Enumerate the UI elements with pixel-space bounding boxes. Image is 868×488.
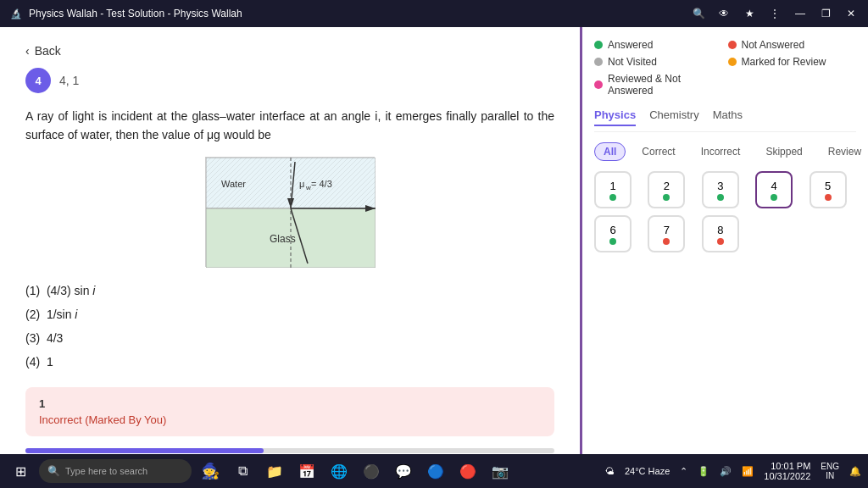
- option-3-text: (3) 4/3: [25, 326, 63, 350]
- tab-chemistry[interactable]: Chemistry: [649, 108, 699, 126]
- date-display: 10/31/2022: [764, 471, 810, 481]
- legend-not-visited: Not Visited: [594, 56, 723, 68]
- network-icon: 📶: [742, 466, 754, 477]
- titlebar: 🔬 Physics Wallah - Test Solution - Physi…: [0, 0, 868, 27]
- app-icon-2[interactable]: 🔵: [422, 458, 449, 485]
- question-cell-number: 1: [609, 180, 615, 192]
- calendar-icon[interactable]: 📅: [293, 458, 320, 485]
- option-4-text: (4) 1: [25, 350, 53, 374]
- taskbar: ⊞ 🔍 Type here to search 🧙 ⧉ 📁 📅 🌐 ⚫ 💬 🔵 …: [0, 454, 868, 488]
- progress-bar-fill: [25, 448, 264, 453]
- back-button[interactable]: ‹ Back: [25, 44, 554, 58]
- progress-bar-container: [25, 448, 554, 453]
- question-cell-dot: [609, 238, 616, 245]
- question-cell-dot: [771, 194, 777, 201]
- option-3: (3) 4/3: [25, 326, 554, 350]
- question-cell-dot: [609, 194, 616, 201]
- legend-reviewed-not-answered: Reviewed & Not Answered: [594, 73, 723, 97]
- svg-text:μ: μ: [299, 179, 304, 189]
- question-cell-dot: [717, 194, 724, 201]
- question-cell-dot: [663, 194, 670, 201]
- maximize-icon[interactable]: ❐: [819, 7, 832, 20]
- legend-answered: Answered: [594, 39, 723, 51]
- option-1: (1) (4/3) sin i: [25, 279, 554, 302]
- question-cell-number: 4: [771, 180, 777, 192]
- marked-review-dot: [728, 58, 737, 66]
- filter-tabs: All Correct Incorrect Skipped Review: [594, 142, 856, 161]
- option-2: (2) 1/sin i: [25, 302, 554, 326]
- close-icon[interactable]: ✕: [844, 7, 858, 20]
- search-icon[interactable]: 🔍: [692, 7, 705, 20]
- files-icon[interactable]: 📁: [261, 458, 288, 485]
- not-visited-dot: [594, 58, 603, 66]
- not-answered-label: Not Answered: [742, 39, 805, 51]
- filter-review[interactable]: Review: [819, 142, 868, 161]
- question-cell-3[interactable]: 3: [702, 171, 739, 208]
- diagram-svg: Water μ w = 4/3 Glass: [206, 158, 376, 268]
- sound-icon: 🔊: [720, 466, 732, 477]
- diagram-container: Water μ w = 4/3 Glass: [25, 157, 554, 267]
- question-number-badge: 4: [25, 68, 51, 93]
- question-cell-dot: [663, 238, 670, 245]
- question-cell-dot: [717, 238, 724, 245]
- question-cell-1[interactable]: 1: [594, 171, 632, 208]
- messaging-icon[interactable]: 💬: [390, 458, 417, 485]
- question-cell-number: 3: [717, 180, 723, 192]
- option-2-text: (2) 1/sin i: [25, 302, 77, 326]
- right-panel: Answered Not Answered Not Visited Marked…: [580, 27, 868, 454]
- filter-correct[interactable]: Correct: [632, 142, 684, 161]
- question-cell-number: 6: [609, 224, 615, 236]
- question-cell-number: 8: [717, 224, 723, 236]
- tab-physics[interactable]: Physics: [594, 108, 636, 126]
- search-icon-taskbar: 🔍: [47, 465, 60, 477]
- minimize-icon[interactable]: —: [793, 7, 807, 20]
- main-container: ‹ Back 4 4, 1 A ray of light is incident…: [0, 27, 868, 454]
- filter-incorrect[interactable]: Incorrect: [692, 142, 750, 161]
- question-cell-dot: [825, 194, 832, 201]
- reviewed-not-answered-label: Reviewed & Not Answered: [608, 73, 723, 97]
- battery-icon: 🔋: [698, 466, 709, 477]
- question-cell-2[interactable]: 2: [648, 171, 685, 208]
- question-cell-8[interactable]: 8: [702, 215, 739, 252]
- star-icon[interactable]: ★: [743, 7, 756, 20]
- options-list: (1) (4/3) sin i (2) 1/sin i (3) 4/3 (4) …: [25, 279, 554, 374]
- app-icon-4[interactable]: 📷: [487, 458, 514, 485]
- answer-number: 1: [39, 397, 541, 410]
- mascot-icon[interactable]: 🧙: [197, 458, 224, 485]
- tab-maths[interactable]: Maths: [713, 108, 743, 126]
- start-button[interactable]: ⊞: [7, 458, 34, 485]
- left-panel: ‹ Back 4 4, 1 A ray of light is incident…: [0, 27, 580, 454]
- notification-icon[interactable]: 🔔: [849, 466, 861, 477]
- search-bar[interactable]: 🔍 Type here to search: [39, 459, 192, 483]
- question-marks: 4, 1: [59, 74, 79, 87]
- app-icon-3[interactable]: 🔴: [454, 458, 481, 485]
- question-header: 4 4, 1: [25, 68, 554, 93]
- filter-skipped[interactable]: Skipped: [756, 142, 811, 161]
- taskbar-left: ⊞ 🔍 Type here to search 🧙 ⧉ 📁 📅 🌐 ⚫ 💬 🔵 …: [7, 458, 514, 485]
- back-label: Back: [35, 44, 61, 58]
- system-tray: ⌃: [680, 466, 687, 477]
- marked-review-label: Marked for Review: [742, 56, 826, 68]
- question-cell-7[interactable]: 7: [648, 215, 685, 252]
- question-cell-6[interactable]: 6: [594, 215, 632, 252]
- taskview-icon[interactable]: ⧉: [229, 458, 256, 485]
- legend-marked-review: Marked for Review: [728, 56, 857, 68]
- weather-icon: 🌤: [605, 466, 615, 476]
- eye-icon[interactable]: 👁: [717, 7, 731, 20]
- menu-icon[interactable]: ⋮: [768, 7, 782, 20]
- svg-text:Water: Water: [221, 179, 246, 189]
- question-cell-5[interactable]: 5: [810, 171, 847, 208]
- time-display: 10:01 PM: [771, 461, 810, 471]
- chrome-icon[interactable]: ⚫: [358, 458, 385, 485]
- back-chevron-icon: ‹: [25, 44, 30, 58]
- region-display: IN: [826, 471, 834, 480]
- question-cell-4[interactable]: 4: [755, 171, 793, 208]
- question-cell-number: 7: [664, 224, 670, 236]
- reviewed-not-answered-dot: [594, 80, 603, 89]
- answered-label: Answered: [608, 39, 653, 51]
- answer-status: Incorrect (Marked By You): [39, 413, 541, 426]
- weather-text: 24°C Haze: [625, 466, 670, 476]
- titlebar-right[interactable]: 🔍 👁 ★ ⋮ — ❐ ✕: [692, 7, 858, 20]
- edge-icon[interactable]: 🌐: [326, 458, 353, 485]
- filter-all[interactable]: All: [594, 142, 626, 161]
